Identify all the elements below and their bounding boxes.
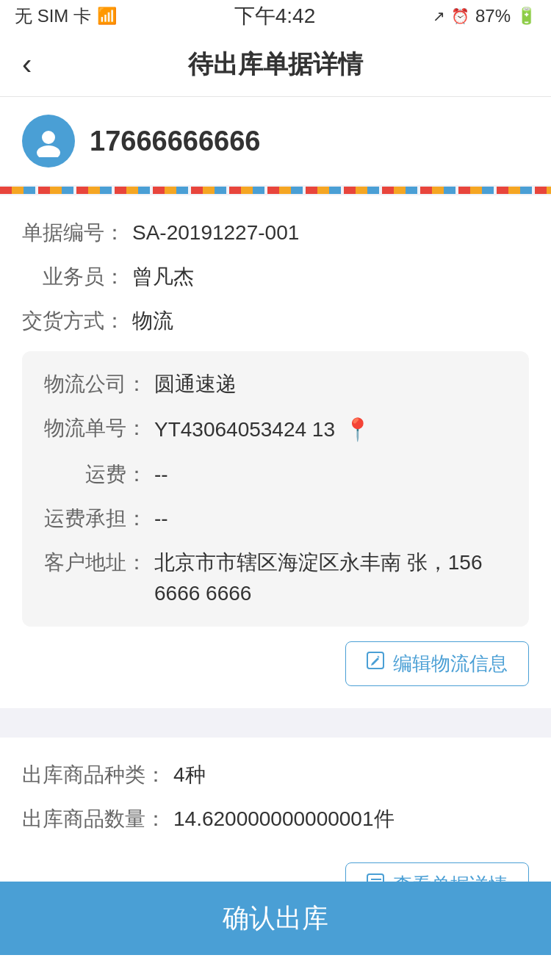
- delivery-value: 物流: [132, 306, 529, 336]
- freight-row: 运费： --: [37, 459, 514, 490]
- svg-point-0: [42, 131, 55, 144]
- tracking-number-row: 物流单号： YT43064053424 13 📍: [37, 413, 514, 446]
- edit-btn-row: 编辑物流信息: [22, 627, 529, 686]
- battery-text: 87%: [475, 6, 511, 26]
- edit-logistics-label: 编辑物流信息: [393, 651, 508, 677]
- address-value: 北京市市辖区海淀区永丰南 张，156 6666 6666: [154, 547, 514, 609]
- svg-point-1: [37, 145, 60, 157]
- product-type-label: 出库商品种类：: [22, 760, 173, 790]
- dashed-divider: [0, 187, 551, 194]
- confirm-outbound-button[interactable]: 确认出库: [0, 882, 551, 955]
- delivery-row: 交货方式： 物流: [22, 306, 529, 336]
- tracking-number-value: YT43064053424 13 📍: [154, 413, 514, 446]
- time-text: 下午4:42: [234, 2, 316, 30]
- avatar: [22, 115, 75, 167]
- document-number-label: 单据编号：: [22, 217, 132, 248]
- logistics-company-row: 物流公司： 圆通速递: [37, 369, 514, 400]
- map-pin-icon[interactable]: 📍: [344, 413, 371, 446]
- home-indicator: [0, 955, 551, 980]
- product-quantity-row: 出库商品数量： 14.620000000000001件: [22, 804, 529, 835]
- salesperson-row: 业务员： 曾凡杰: [22, 262, 529, 292]
- logistics-company-label: 物流公司：: [37, 369, 154, 400]
- edit-icon: [367, 652, 386, 676]
- salesperson-label: 业务员：: [22, 262, 132, 292]
- logistics-company-value: 圆通速递: [154, 369, 514, 400]
- delivery-label: 交货方式：: [22, 306, 132, 336]
- address-row: 客户地址： 北京市市辖区海淀区永丰南 张，156 6666 6666: [37, 547, 514, 609]
- status-bar: 无 SIM 卡 📶 下午4:42 ↗ ⏰ 87% 🔋: [0, 0, 551, 32]
- bottom-area: 确认出库: [0, 882, 551, 980]
- tracking-number-label: 物流单号：: [37, 413, 154, 444]
- product-quantity-label: 出库商品数量：: [22, 804, 173, 835]
- section-divider-1: [0, 723, 551, 738]
- document-number-value: SA-20191227-001: [132, 217, 529, 248]
- logistics-section: 物流公司： 圆通速递 物流单号： YT43064053424 13 📍 运费： …: [22, 351, 529, 627]
- carrier-text: 无 SIM 卡: [15, 4, 91, 28]
- alarm-icon: ⏰: [451, 7, 469, 25]
- status-right: ↗ ⏰ 87% 🔋: [433, 6, 536, 26]
- product-quantity-value: 14.620000000000001件: [173, 804, 529, 835]
- page-title: 待出库单据详情: [188, 48, 363, 82]
- freight-bearer-value: --: [154, 503, 514, 534]
- wifi-icon: 📶: [97, 7, 117, 26]
- edit-logistics-button[interactable]: 编辑物流信息: [345, 641, 529, 686]
- back-button[interactable]: ‹: [22, 48, 32, 81]
- user-header: 17666666666: [0, 97, 551, 185]
- freight-bearer-label: 运费承担：: [37, 503, 154, 534]
- location-status-icon: ↗: [433, 7, 445, 25]
- freight-label: 运费：: [37, 459, 154, 490]
- salesperson-value: 曾凡杰: [132, 262, 529, 292]
- nav-bar: ‹ 待出库单据详情: [0, 32, 551, 97]
- address-label: 客户地址：: [37, 547, 154, 578]
- product-type-value: 4种: [173, 760, 529, 790]
- freight-value: --: [154, 459, 514, 490]
- document-info-section: 单据编号： SA-20191227-001 业务员： 曾凡杰 交货方式： 物流 …: [0, 195, 551, 708]
- user-phone: 17666666666: [90, 126, 260, 157]
- battery-icon: 🔋: [516, 7, 536, 26]
- document-number-row: 单据编号： SA-20191227-001: [22, 217, 529, 248]
- confirm-outbound-label: 确认出库: [223, 901, 328, 937]
- product-type-row: 出库商品种类： 4种: [22, 760, 529, 790]
- status-left: 无 SIM 卡 📶: [15, 4, 117, 28]
- freight-bearer-row: 运费承担： --: [37, 503, 514, 534]
